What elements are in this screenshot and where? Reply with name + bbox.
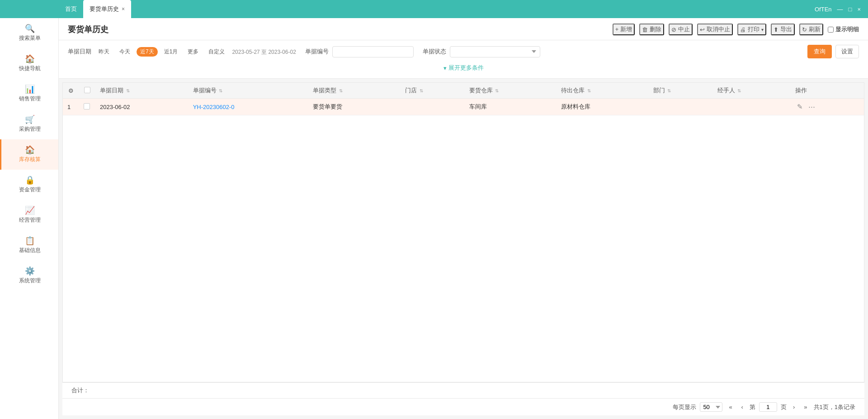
sidebar-item-quick-nav[interactable]: 🏠 快捷导航 [0, 48, 58, 79]
sort-icon-dept[interactable]: ⇅ [667, 88, 671, 93]
stop-icon: ⊘ [671, 26, 676, 33]
th-bill-type: 单据类型 ⇅ [308, 83, 401, 99]
show-detail-checkbox[interactable] [828, 27, 834, 33]
td-index: 1 [63, 99, 79, 115]
tab-close-icon[interactable]: × [122, 6, 125, 12]
settings-button[interactable]: 设置 [835, 45, 859, 58]
date-option-7days[interactable]: 近7天 [137, 47, 158, 57]
td-req-warehouse: 车间库 [465, 99, 557, 115]
sort-icon-pending-warehouse[interactable]: ⇅ [587, 88, 591, 93]
print-dropdown-icon: ▾ [761, 27, 764, 32]
per-page-label: 每页显示 [673, 403, 696, 411]
sidebar-item-label: 快捷导航 [19, 65, 41, 72]
sort-icon-bill-type[interactable]: ⇅ [339, 88, 343, 93]
th-checkbox[interactable] [79, 83, 95, 99]
sidebar-item-sys-mgmt[interactable]: ⚙️ 系统管理 [0, 261, 58, 291]
sort-icon-bill-no[interactable]: ⇅ [219, 88, 222, 93]
refresh-button[interactable]: ↻ 刷新 [799, 24, 823, 35]
table-container: ⚙ 单据日期 ⇅ 单据编号 ⇅ [62, 82, 864, 382]
cancel-stop-button[interactable]: ↩ 取消中止 [697, 24, 733, 35]
sort-icon-handler[interactable]: ⇅ [737, 88, 741, 93]
date-range-display: 2023-05-27 至 2023-06-02 [232, 48, 296, 56]
refresh-icon: ↻ [802, 26, 807, 33]
cancel-stop-icon: ↩ [700, 26, 705, 33]
sidebar-item-label: 搜索菜单 [19, 34, 41, 42]
tab-bill-history[interactable]: 要货单历史 × [83, 0, 131, 18]
delete-button[interactable]: 🗑 删除 [639, 24, 664, 35]
th-store: 门店 ⇅ [401, 83, 465, 99]
ops-icon: 📈 [25, 206, 35, 214]
td-store [401, 99, 465, 115]
page-header: 要货单历史 + 新增 🗑 删除 ⊘ 中止 ↩ 取消中止 [59, 18, 868, 40]
date-option-today[interactable]: 今天 [116, 47, 134, 57]
page-input[interactable] [759, 402, 777, 412]
sort-icon-req-warehouse[interactable]: ⇅ [495, 88, 499, 93]
td-handler [713, 99, 791, 115]
minimize-btn[interactable]: — [837, 6, 843, 13]
sort-icon-date[interactable]: ⇅ [126, 88, 130, 93]
sidebar-item-finance-mgmt[interactable]: 🔒 资金管理 [0, 170, 58, 200]
th-date: 单据日期 ⇅ [95, 83, 189, 99]
search-menu-icon: 🔍 [25, 24, 35, 33]
td-dept [649, 99, 713, 115]
summary-label: 合计： [71, 386, 89, 395]
date-option-yesterday[interactable]: 昨天 [95, 47, 113, 57]
next-page-btn[interactable]: › [790, 403, 797, 411]
td-date: 2023-06-02 [95, 99, 189, 115]
sidebar-item-basic-info[interactable]: 📋 基础信息 [0, 230, 58, 261]
show-detail-checkbox-label[interactable]: 显示明细 [828, 25, 859, 33]
basic-info-icon: 📋 [25, 237, 35, 245]
new-button[interactable]: + 新增 [613, 24, 635, 35]
last-page-btn[interactable]: » [801, 403, 810, 411]
expand-more-btn[interactable]: ▾ 展开更多条件 [68, 62, 859, 74]
more-op-btn[interactable]: ⋯ [807, 102, 817, 112]
date-filter-group: 单据日期 昨天 今天 近7天 近1月 更多 自定义 2023-05-27 至 2… [68, 47, 296, 57]
export-icon: ⬆ [774, 26, 778, 33]
finance-icon: 🔒 [25, 176, 35, 184]
th-pending-warehouse: 待出仓库 ⇅ [557, 83, 649, 99]
prev-page-btn[interactable]: ‹ [739, 403, 746, 411]
bill-no-filter-group: 单据编号 [305, 46, 414, 57]
bill-status-select[interactable] [450, 46, 540, 57]
page-label: 第 [750, 403, 755, 411]
sidebar-item-search-menu[interactable]: 🔍 搜索菜单 [0, 18, 58, 48]
print-button[interactable]: 🖨 打印 ▾ [737, 24, 766, 35]
td-checkbox[interactable] [79, 99, 95, 115]
date-option-1month[interactable]: 近1月 [160, 47, 182, 57]
sidebar: 🔍 搜索菜单 🏠 快捷导航 📊 销售管理 🛒 采购管理 🏠 库存核算 🔒 资金管… [0, 18, 59, 419]
stop-button[interactable]: ⊘ 中止 [669, 24, 693, 35]
maximize-btn[interactable]: □ [849, 6, 852, 13]
sort-icon-store[interactable]: ⇅ [420, 88, 423, 93]
export-button[interactable]: ⬆ 导出 [771, 24, 795, 35]
top-bar-right: OfTEn — □ × [815, 6, 861, 13]
tab-home[interactable]: 首页 [59, 0, 83, 18]
sidebar-item-sales-mgmt[interactable]: 📊 销售管理 [0, 79, 58, 109]
edit-op-btn[interactable]: ✎ [795, 102, 805, 112]
delete-icon: 🗑 [642, 26, 648, 33]
first-page-btn[interactable]: « [726, 403, 735, 411]
select-all-checkbox[interactable] [84, 87, 90, 93]
sidebar-item-inventory[interactable]: 🏠 库存核算 [0, 139, 58, 170]
query-button[interactable]: 查询 [807, 45, 832, 58]
bill-no-link[interactable]: YH-20230602-0 [193, 104, 235, 110]
sidebar-item-ops-mgmt[interactable]: 📈 经营管理 [0, 200, 58, 230]
date-option-custom[interactable]: 自定义 [205, 47, 228, 57]
table-header-row: ⚙ 单据日期 ⇅ 单据编号 ⇅ [63, 83, 864, 99]
sidebar-item-purchase-mgmt[interactable]: 🛒 采购管理 [0, 109, 58, 139]
date-option-more[interactable]: 更多 [184, 47, 202, 57]
total-records-label: 共1页，1条记录 [814, 403, 855, 411]
th-handler: 经手人 ⇅ [713, 83, 791, 99]
page-title: 要货单历史 [68, 24, 108, 35]
sidebar-item-label: 资金管理 [19, 186, 41, 194]
sidebar-item-label: 系统管理 [19, 277, 41, 285]
bill-no-input[interactable] [332, 46, 414, 57]
pagination-bar: 每页显示 10 20 50 100 « ‹ 第 页 › » 共1页，1条记录 [62, 398, 864, 415]
close-btn[interactable]: × [857, 6, 861, 13]
settings-icon: ⚙ [68, 87, 74, 94]
row-checkbox[interactable] [84, 103, 90, 110]
print-icon: 🖨 [740, 26, 746, 33]
td-bill-type: 要货单要货 [308, 99, 401, 115]
toolbar: + 新增 🗑 删除 ⊘ 中止 ↩ 取消中止 🖨 打 [613, 24, 859, 35]
th-settings[interactable]: ⚙ [63, 83, 79, 99]
per-page-select[interactable]: 10 20 50 100 [700, 402, 722, 412]
